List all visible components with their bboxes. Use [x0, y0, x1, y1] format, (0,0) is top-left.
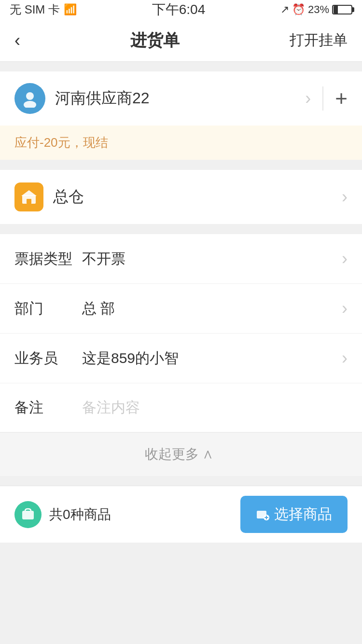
svg-point-1	[24, 101, 36, 108]
supplier-name: 河南供应商22	[55, 88, 305, 109]
select-btn-label: 选择商品	[274, 504, 332, 524]
svg-point-0	[26, 92, 34, 100]
status-left: 无 SIM 卡 📶	[10, 2, 77, 17]
remarks-row[interactable]: 备注 备注内容	[0, 383, 362, 432]
products-count-area: 共0种商品	[14, 501, 111, 528]
department-row[interactable]: 部门 总 部	[0, 283, 362, 333]
alarm-icon: ⏰	[292, 3, 305, 16]
status-time: 下午6:04	[152, 0, 206, 19]
warehouse-section: 总仓	[0, 169, 362, 224]
salesperson-chevron-icon	[342, 348, 348, 368]
warehouse-icon	[14, 182, 43, 211]
add-button[interactable]: +	[335, 88, 348, 109]
supplier-row[interactable]: 河南供应商22 +	[0, 71, 362, 126]
collapse-label: 收起更多 ∧	[145, 445, 214, 463]
section-divider-1	[0, 62, 362, 71]
svg-rect-5	[22, 511, 34, 519]
products-icon	[14, 501, 42, 528]
invoice-row[interactable]: 票据类型 不开票	[0, 234, 362, 283]
section-divider-3	[0, 224, 362, 234]
notice-text: 应付-20元，现结	[14, 135, 108, 150]
warehouse-row[interactable]: 总仓	[0, 169, 362, 224]
remarks-label: 备注	[14, 398, 82, 418]
salesperson-row[interactable]: 业务员 这是859的小智	[0, 333, 362, 383]
invoice-chevron-icon	[342, 249, 348, 269]
wifi-icon: 📶	[64, 3, 77, 16]
salesperson-value: 这是859的小智	[82, 349, 342, 368]
form-section: 票据类型 不开票 部门 总 部 业务员 这是859的小智 备注 备注内容 收起更…	[0, 234, 362, 476]
vertical-divider	[322, 86, 323, 111]
department-value: 总 部	[82, 299, 342, 319]
department-chevron-icon	[342, 298, 348, 319]
supplier-chevron-icon	[305, 88, 311, 109]
invoice-label: 票据类型	[14, 249, 82, 269]
status-right: ↗ ⏰ 23%	[280, 3, 352, 16]
svg-rect-4	[27, 199, 31, 204]
open-hang-button[interactable]: 打开挂单	[290, 30, 348, 50]
invoice-value: 不开票	[82, 249, 342, 269]
department-label: 部门	[14, 299, 82, 319]
battery-percent: 23%	[308, 3, 329, 16]
collapse-row[interactable]: 收起更多 ∧	[0, 432, 362, 476]
notice-bar: 应付-20元，现结	[0, 126, 362, 160]
svg-marker-3	[21, 190, 37, 196]
products-count-label: 共0种商品	[49, 505, 111, 524]
location-icon: ↗	[280, 3, 289, 16]
status-bar: 无 SIM 卡 📶 下午6:04 ↗ ⏰ 23%	[0, 0, 362, 19]
carrier-label: 无 SIM 卡	[10, 2, 60, 17]
supplier-section: 河南供应商22 + 应付-20元，现结	[0, 71, 362, 160]
back-button[interactable]: ‹	[14, 30, 20, 51]
warehouse-chevron-icon	[342, 187, 348, 207]
nav-bar: ‹ 进货单 打开挂单	[0, 19, 362, 62]
remarks-placeholder: 备注内容	[82, 398, 348, 418]
select-products-button[interactable]: 选择商品	[240, 496, 348, 533]
avatar	[14, 83, 45, 114]
battery-icon	[332, 5, 352, 14]
salesperson-label: 业务员	[14, 349, 82, 368]
warehouse-name: 总仓	[53, 186, 342, 208]
section-divider-2	[0, 160, 362, 169]
bottom-bar: 共0种商品 选择商品	[0, 486, 362, 543]
page-title: 进货单	[130, 29, 180, 52]
